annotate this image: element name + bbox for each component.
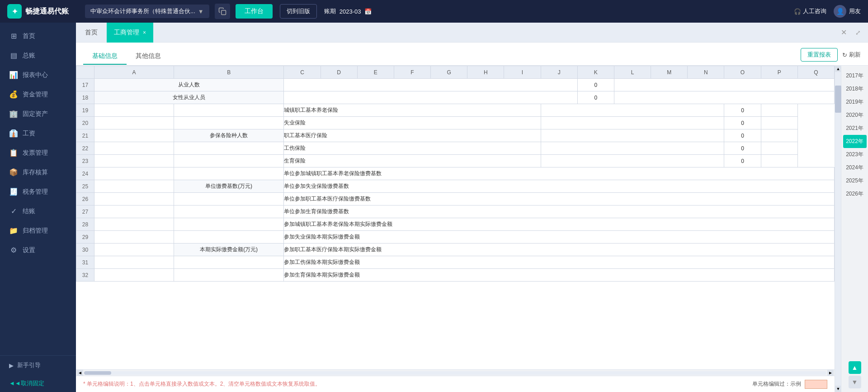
- sidebar-item-settle[interactable]: ✓结账: [0, 201, 76, 221]
- cell-row23-col1[interactable]: [174, 155, 284, 167]
- cell-row21-col0[interactable]: [94, 129, 174, 142]
- cell-row25-col0[interactable]: [94, 180, 174, 193]
- cell-row31-col1[interactable]: [174, 256, 284, 269]
- cell-row20-col5[interactable]: [761, 117, 797, 129]
- scroll-left-button[interactable]: ◄: [77, 370, 83, 376]
- cell-row19-col4[interactable]: 0: [724, 104, 761, 117]
- cell-row22-col1[interactable]: [174, 142, 284, 155]
- cell-row21-col5[interactable]: [761, 129, 797, 142]
- reset-report-button[interactable]: 重置报表: [801, 48, 838, 62]
- cell-row18-col1[interactable]: [284, 91, 577, 104]
- cell-row20-col1[interactable]: [174, 117, 284, 129]
- cell-row30-col2[interactable]: 参加职工基本医疗保险本期实际缴费金额: [284, 244, 835, 256]
- cell-row17-col1[interactable]: [284, 79, 577, 91]
- cell-row23-col2[interactable]: 生育保险: [284, 155, 541, 167]
- cell-row25-col2[interactable]: 单位参加失业保险缴费基数: [284, 180, 835, 193]
- service-button[interactable]: 🎧 人工咨询: [794, 7, 826, 15]
- year-item-2022年[interactable]: 2022年: [843, 135, 867, 148]
- cell-row22-col0[interactable]: [94, 142, 174, 155]
- cell-row22-col5[interactable]: [761, 142, 797, 155]
- cell-row27-col1[interactable]: [174, 206, 284, 218]
- cell-row24-col2[interactable]: 单位参加城镇职工基本养老保险缴费基数: [284, 167, 835, 180]
- copy-button[interactable]: [215, 4, 230, 19]
- cell-row23-col4[interactable]: 0: [724, 155, 761, 167]
- cell-row27-col2[interactable]: 单位参加生育保险缴费基数: [284, 206, 835, 218]
- cell-row19-col2[interactable]: 城镇职工基本养老保险: [284, 104, 541, 117]
- cell-row20-col0[interactable]: [94, 117, 174, 129]
- cell-row24-col1[interactable]: [174, 167, 284, 180]
- cell-row26-col0[interactable]: [94, 193, 174, 206]
- year-item-2026年[interactable]: 2026年: [843, 187, 867, 201]
- cell-row19-col1[interactable]: [174, 104, 284, 117]
- cell-row21-col2[interactable]: 职工基本医疗保险: [284, 129, 541, 142]
- cell-row21-col1[interactable]: 参保各险种人数: [174, 129, 284, 142]
- scroll-down-button[interactable]: ▼: [835, 386, 841, 392]
- sidebar-item-funds[interactable]: 💰资金管理: [0, 85, 76, 104]
- cell-row32-col2[interactable]: 参加生育保险本期实际缴费金额: [284, 269, 835, 282]
- cell-row22-col3[interactable]: [541, 142, 724, 155]
- sidebar-item-inventory[interactable]: 📦库存核算: [0, 163, 76, 182]
- cell-row29-col0[interactable]: [94, 231, 174, 244]
- sidebar-item-salary[interactable]: 👔工资: [0, 124, 76, 143]
- year-item-2024年[interactable]: 2024年: [843, 161, 867, 174]
- year-item-2021年[interactable]: 2021年: [843, 122, 867, 135]
- cell-row25-col1[interactable]: 单位缴费基数(万元): [174, 180, 284, 193]
- cell-row28-col1[interactable]: [174, 218, 284, 231]
- cell-row28-col2[interactable]: 参加城镇职工基本养老保险本期实际缴费金额: [284, 218, 835, 231]
- cell-row17-col2[interactable]: 0: [577, 79, 614, 91]
- sidebar-item-reports[interactable]: 📊报表中心: [0, 65, 76, 85]
- year-item-2023年[interactable]: 2023年: [843, 148, 867, 161]
- sidebar-item-assets[interactable]: 🏢固定资产: [0, 104, 76, 124]
- workbench-button[interactable]: 工作台: [236, 4, 273, 19]
- cell-row26-col2[interactable]: 单位参加职工基本医疗保险缴费基数: [284, 193, 835, 206]
- user-menu[interactable]: 👤 用友: [834, 5, 861, 18]
- close-button[interactable]: ✕: [837, 26, 850, 39]
- expand-button[interactable]: ⤢: [852, 26, 864, 39]
- cell-row30-col0[interactable]: [94, 244, 174, 256]
- tab-basic-info[interactable]: 基础信息: [83, 48, 127, 65]
- year-item-2020年[interactable]: 2020年: [843, 109, 867, 122]
- cell-row20-col2[interactable]: 失业保险: [284, 117, 541, 129]
- cell-row19-col3[interactable]: [541, 104, 724, 117]
- cell-row30-col1[interactable]: 本期实际缴费金额(万元): [174, 244, 284, 256]
- cell-row24-col0[interactable]: [94, 167, 174, 180]
- sidebar-item-archive[interactable]: 📁归档管理: [0, 221, 76, 240]
- sidebar-item-invoice[interactable]: 📋发票管理: [0, 143, 76, 163]
- panel-collapse-button[interactable]: ▲: [849, 361, 861, 374]
- year-item-2018年[interactable]: 2018年: [843, 82, 867, 96]
- year-item-2025年[interactable]: 2025年: [843, 174, 867, 187]
- old-version-button[interactable]: 切到旧版: [280, 4, 317, 19]
- cell-row23-col5[interactable]: [761, 155, 797, 167]
- company-selector[interactable]: 中审众环会计师事务所（特殊普通合伙... ▼: [85, 5, 209, 18]
- spreadsheet-wrapper[interactable]: ABCDEFGHIJKLMNOPQ 17从业人数018女性从业人员019城镇职工…: [76, 66, 835, 369]
- sidebar-item-ledger[interactable]: ▤总账: [0, 46, 76, 65]
- cell-row32-col0[interactable]: [94, 269, 174, 282]
- cell-row22-col2[interactable]: 工伤保险: [284, 142, 541, 155]
- tab-close-icon[interactable]: ×: [143, 29, 146, 36]
- sidebar-item-settings[interactable]: ⚙设置: [0, 240, 76, 260]
- calendar-icon[interactable]: 📅: [364, 8, 372, 15]
- cell-row28-col0[interactable]: [94, 218, 174, 231]
- cell-row19-col5[interactable]: [761, 104, 797, 117]
- sidebar-item-tax[interactable]: 🧾税务管理: [0, 182, 76, 201]
- cell-row31-col2[interactable]: 参加工伤保险本期实际缴费金额: [284, 256, 835, 269]
- cell-row18-col3[interactable]: [614, 91, 834, 104]
- sidebar-pin-button[interactable]: ◄◄取消固定: [0, 375, 76, 392]
- cell-row31-col0[interactable]: [94, 256, 174, 269]
- horizontal-scrollbar[interactable]: ◄ ►: [76, 369, 835, 376]
- sidebar-item-home[interactable]: ⊞首页: [0, 26, 76, 46]
- year-item-2019年[interactable]: 2019年: [843, 96, 867, 109]
- tab-industry[interactable]: 工商管理 ×: [107, 23, 153, 43]
- tab-home[interactable]: 首页: [76, 23, 107, 43]
- cell-row27-col0[interactable]: [94, 206, 174, 218]
- cell-row17-col3[interactable]: [614, 79, 834, 91]
- cell-row20-col4[interactable]: 0: [724, 117, 761, 129]
- scroll-right-button[interactable]: ►: [827, 370, 834, 376]
- scroll-track-v[interactable]: [835, 72, 841, 386]
- cell-row23-col3[interactable]: [541, 155, 724, 167]
- cell-row21-col3[interactable]: [541, 129, 724, 142]
- year-item-2017年[interactable]: 2017年: [843, 69, 867, 82]
- vertical-scrollbar[interactable]: ▲ ▼: [835, 66, 841, 392]
- tab-other-info[interactable]: 其他信息: [127, 48, 170, 65]
- cell-row22-col4[interactable]: 0: [724, 142, 761, 155]
